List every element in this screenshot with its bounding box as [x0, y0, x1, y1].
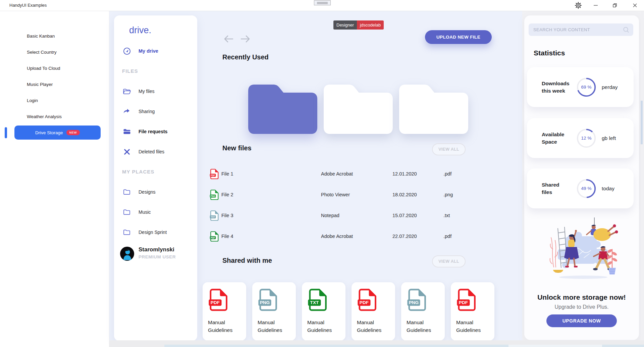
file-date: 18.02.2020 — [392, 192, 417, 197]
file-name: File 4 — [221, 234, 233, 239]
progress-ring: 49 % — [576, 178, 597, 199]
active-item-indicator — [5, 127, 7, 138]
upload-new-file-button[interactable]: UPLOAD NEW FILE — [425, 30, 492, 44]
view-all-new-files-button[interactable]: VIEW ALL — [432, 143, 466, 155]
minimize-icon — [592, 2, 599, 9]
file-extension: .pdf — [443, 171, 451, 177]
minimize-button[interactable] — [591, 1, 600, 10]
restore-button[interactable] — [610, 1, 619, 10]
sidebar-item-weather-analysis[interactable]: Weather Analysis — [27, 113, 62, 120]
nav-label: File requests — [139, 129, 167, 134]
stat-label: Shared files — [542, 181, 576, 196]
svg-text:PNG: PNG — [409, 300, 419, 305]
view-all-shared-button[interactable]: VIEW ALL — [432, 255, 466, 267]
nav-label: Music — [139, 209, 151, 215]
search-icon — [623, 26, 630, 35]
sidebar-item-drive-storage[interactable]: Drive Storage NEW — [14, 126, 101, 140]
file-extension: .txt — [443, 213, 450, 218]
designer-handle: jdscodelab — [357, 20, 384, 30]
file-date: 22.07.2020 — [392, 234, 417, 239]
sidebar-item-select-country[interactable]: Select Country — [27, 49, 57, 56]
drive-storage-label: Drive Storage — [35, 130, 63, 135]
svg-text:PDF: PDF — [211, 300, 220, 305]
examples-sidebar: Basic Kanban Select Country Upload To Cl… — [0, 11, 109, 347]
close-button[interactable] — [631, 1, 639, 10]
nav-item-designs[interactable]: Designs — [114, 186, 197, 198]
pdf-file-icon: PDF — [210, 168, 219, 180]
file-row[interactable]: TXT File 3 Notepad 15.07.2020 .txt — [205, 209, 473, 223]
nav-item-my-drive[interactable]: My drive — [114, 45, 197, 57]
sidebar-item-upload-to-cloud[interactable]: Upload To Cloud — [27, 65, 60, 72]
settings-button[interactable] — [574, 1, 583, 10]
window-drag-handle[interactable] — [314, 0, 331, 5]
shared-file-card[interactable]: PDF Manual Guidelines — [203, 282, 246, 341]
nav-item-file-requests[interactable]: File requests — [114, 126, 197, 137]
txt-file-icon: TXT — [308, 288, 328, 312]
nav-label: My drive — [139, 48, 158, 54]
svg-text:PDF: PDF — [211, 174, 215, 177]
shared-file-card[interactable]: PDF Manual Guidelines — [451, 282, 494, 341]
nav-label: Deleted files — [139, 149, 164, 154]
percent-value: 12 % — [576, 128, 597, 149]
svg-text:TXT: TXT — [211, 216, 215, 218]
shared-file-title: Manual Guidelines — [407, 318, 439, 334]
vertical-scrollbar-thumb[interactable] — [641, 101, 643, 144]
nav-item-sharing[interactable]: Sharing — [114, 106, 197, 117]
nav-item-design-sprint[interactable]: Design Sprint — [114, 227, 197, 238]
png-file-icon: PNG — [258, 288, 278, 312]
file-name: File 2 — [221, 192, 233, 197]
shared-file-card[interactable]: TXT Manual Guidelines — [302, 282, 345, 341]
back-button[interactable] — [222, 35, 235, 44]
nav-label: Designs — [139, 189, 156, 195]
navigation-arrow-icon — [122, 47, 131, 55]
shared-file-card[interactable]: PNG Manual Guidelines — [401, 282, 445, 341]
file-row[interactable]: PDF File 1 Adobe Acrobat 12.01.2020 .pdf — [205, 168, 473, 181]
nav-item-my-files[interactable]: My files — [114, 86, 197, 97]
file-row[interactable]: PDF File 4 Adobe Acrobat 22.07.2020 .pdf — [205, 230, 473, 244]
vertical-scrollbar-track — [641, 11, 643, 340]
user-profile[interactable]: Staromlynski PREMIUM USER — [114, 246, 197, 263]
pdf-file-icon: PDF — [210, 231, 219, 242]
stat-suffix: perday — [602, 84, 618, 90]
shared-file-card[interactable]: PDF Manual Guidelines — [352, 282, 395, 341]
nav-item-music[interactable]: Music — [114, 206, 197, 218]
gear-icon — [575, 2, 582, 9]
folder-filled-icon — [122, 128, 131, 136]
file-app: Notepad — [321, 213, 339, 218]
section-label-my-places: MY PLACES — [122, 169, 154, 175]
stat-card-available-space: Available Space 12 % gb left — [527, 118, 634, 158]
statistics-panel: Statistics Downloads this week 69 % perd… — [524, 15, 639, 340]
folder-shape-icon — [248, 82, 317, 134]
share-arrow-icon — [122, 107, 131, 115]
recent-folder-2[interactable] — [324, 82, 393, 134]
svg-text:PDF: PDF — [459, 300, 468, 305]
svg-text:PDF: PDF — [360, 300, 369, 305]
pdf-file-icon: PDF — [208, 288, 228, 312]
forward-button[interactable] — [239, 35, 252, 44]
horizontal-scrollbar-thumb[interactable] — [508, 345, 602, 347]
designer-label: Designer — [333, 20, 357, 30]
shared-file-card[interactable]: PNG Manual Guidelines — [252, 282, 296, 341]
percent-value: 69 % — [576, 77, 597, 98]
folder-shape-icon — [399, 82, 468, 134]
upgrade-now-button[interactable]: UPGRADE NOW — [546, 314, 617, 327]
nav-item-deleted-files[interactable]: Deleted files — [114, 146, 197, 157]
png-file-icon: PNG — [407, 288, 427, 312]
drive-logo: drive. — [129, 25, 151, 36]
sidebar-item-basic-kanban[interactable]: Basic Kanban — [27, 33, 55, 40]
file-row[interactable]: PNG File 2 Photo Viewer 18.02.2020 .png — [205, 189, 473, 202]
arrow-left-icon — [223, 39, 234, 44]
sidebar-item-music-player[interactable]: Music Player — [27, 81, 53, 88]
progress-ring: 69 % — [576, 77, 597, 98]
promo-illustration — [544, 217, 620, 281]
recently-used-heading: Recently Used — [222, 53, 269, 61]
search-input[interactable] — [529, 23, 633, 36]
svg-text:PNG: PNG — [260, 300, 270, 305]
txt-file-icon: TXT — [210, 210, 219, 221]
recent-folder-3[interactable] — [399, 82, 468, 134]
recent-folder-1[interactable] — [248, 82, 317, 134]
file-app: Adobe Acrobat — [321, 171, 353, 177]
folder-icon — [122, 208, 131, 216]
sidebar-item-login[interactable]: Login — [27, 97, 38, 104]
folder-shape-icon — [324, 82, 393, 134]
